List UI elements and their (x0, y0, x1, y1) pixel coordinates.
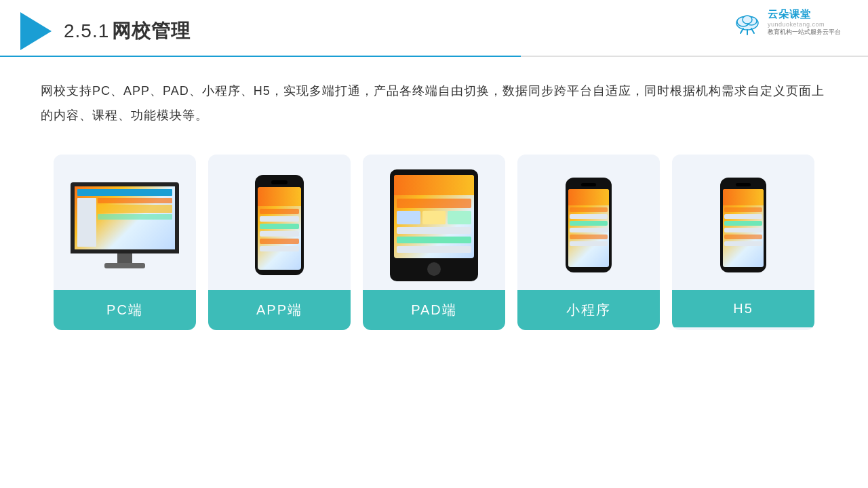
card-pad: PAD端 (363, 155, 505, 330)
platform-cards: PC端 APP端 (0, 141, 868, 330)
h5-phone-icon (720, 178, 766, 272)
brand-name: 云朵课堂 (768, 8, 811, 21)
card-h5-image (672, 155, 814, 290)
card-miniapp-image (517, 155, 660, 290)
miniapp-phone-icon (566, 178, 612, 272)
brand-slogan: 教育机构一站式服务云平台 (768, 28, 841, 37)
description-text: 网校支持PC、APP、PAD、小程序、H5，实现多端打通，产品各终端自由切换，数… (0, 57, 868, 141)
card-pad-label: PAD端 (363, 290, 505, 330)
card-miniapp-label: 小程序 (517, 290, 660, 330)
card-h5-label: H5 (672, 290, 814, 327)
page-title: 2.5.1网校管理 (64, 18, 191, 44)
card-h5: H5 (672, 155, 814, 330)
svg-point-3 (743, 16, 752, 24)
brand-logo: 云朵课堂 yunduoketang.com 教育机构一站式服务云平台 (732, 8, 841, 37)
pad-tablet-icon (390, 169, 478, 281)
card-app-image (208, 155, 351, 290)
app-phone-icon (255, 175, 304, 275)
pc-monitor-icon (67, 182, 182, 268)
cloud-icon (732, 9, 762, 35)
card-miniapp: 小程序 (517, 155, 660, 330)
header: 2.5.1网校管理 云朵课堂 yunduoketang.com 教育机构一站式服… (0, 0, 868, 50)
card-pc-label: PC端 (54, 290, 196, 330)
card-pc: PC端 (54, 155, 196, 330)
card-pad-image (363, 155, 505, 290)
card-app: APP端 (208, 155, 351, 330)
card-pc-image (54, 155, 196, 290)
brand-url: yunduoketang.com (768, 21, 825, 28)
brand-text-block: 云朵课堂 yunduoketang.com 教育机构一站式服务云平台 (768, 8, 841, 37)
card-app-label: APP端 (208, 290, 351, 330)
logo-triangle-icon (20, 12, 52, 50)
